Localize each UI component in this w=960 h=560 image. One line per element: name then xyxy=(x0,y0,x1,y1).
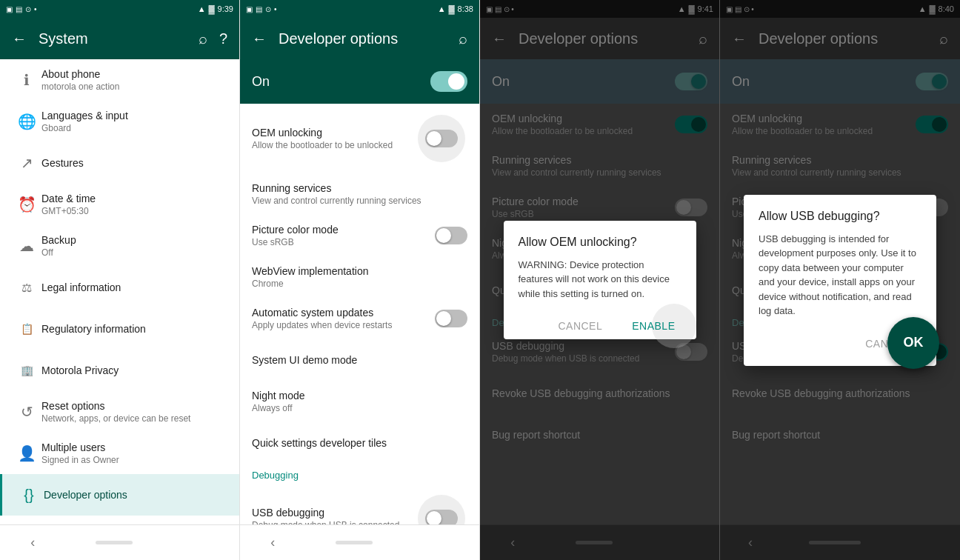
oem-enable-button[interactable]: Enable xyxy=(620,313,687,339)
sidebar-item-regulatory[interactable]: 📋 Regulatory information xyxy=(0,308,239,350)
backup-title: Backup xyxy=(41,234,227,246)
qs-tiles-item[interactable]: Quick settings developer tiles xyxy=(240,422,479,464)
sidebar-item-backup[interactable]: ☁ Backup Off xyxy=(0,225,239,267)
sd-icon-2: ▤ xyxy=(256,5,262,13)
developer-icon: {} xyxy=(14,487,44,504)
auto-updates-toggle[interactable] xyxy=(435,310,467,327)
backup-subtitle: Off xyxy=(41,247,227,258)
sidebar-item-reset[interactable]: ↺ Reset options Network, apps, or device… xyxy=(0,391,239,433)
dev-on-header: On xyxy=(240,59,479,104)
status-bar-1: ▣ ▤ ⊙ • ▲ ▓ 9:39 xyxy=(0,0,239,18)
topbar-2: ← Developer options ⌕ xyxy=(240,18,479,59)
backup-icon: ☁ xyxy=(12,237,41,255)
usb-dialog-actions: Cancel OK xyxy=(753,330,927,357)
sidebar-item-about[interactable]: ℹ About phone motorola one action xyxy=(0,59,239,101)
dev-master-toggle[interactable] xyxy=(430,71,467,92)
oem-toggle[interactable] xyxy=(425,130,458,147)
bottom-nav-2: ‹ xyxy=(240,524,479,560)
reset-subtitle: Network, apps, or device can be reset xyxy=(41,413,227,424)
about-icon: ℹ xyxy=(12,71,41,89)
privacy-title: Motorola Privacy xyxy=(41,364,227,376)
search-icon-2[interactable]: ⌕ xyxy=(459,30,467,47)
help-icon-1[interactable]: ? xyxy=(219,30,227,47)
developer-options-panel-3: ▣ ▤ ⊙ • ▲ ▓ 9:41 ← Developer options ⌕ O… xyxy=(480,0,720,560)
datetime-icon: ⏰ xyxy=(12,196,41,213)
picture-color-toggle[interactable] xyxy=(435,227,467,244)
home-pill-1[interactable] xyxy=(96,541,133,544)
oem-title: OEM unlocking xyxy=(252,127,416,139)
topbar-1: ← System ⌕ ? xyxy=(0,18,239,59)
ok-circle[interactable]: OK xyxy=(887,317,939,369)
running-services-item[interactable]: Running services View and control curren… xyxy=(240,173,479,215)
sim-icon: ▣ xyxy=(6,5,13,13)
sidebar-item-legal[interactable]: ⚖ Legal information xyxy=(0,267,239,308)
debugging-section-label: Debugging xyxy=(240,464,479,484)
developer-options-panel: ▣ ▤ ⊙ • ▲ ▓ 8:38 ← Developer options ⌕ O… xyxy=(240,0,480,560)
ui-demo-item[interactable]: System UI demo mode xyxy=(240,339,479,381)
time-display: 9:39 xyxy=(218,4,233,13)
usb-dialog-title: Allow USB debugging? xyxy=(759,210,921,223)
gestures-icon: ↗ xyxy=(12,154,41,172)
running-services-title: Running services xyxy=(252,182,467,194)
back-icon-2[interactable]: ← xyxy=(252,30,267,47)
webview-item[interactable]: WebView implementation Chrome xyxy=(240,256,479,298)
wifi-icon: ▲ xyxy=(198,4,206,13)
oem-cancel-button[interactable]: Cancel xyxy=(546,313,614,339)
datetime-title: Date & time xyxy=(41,193,227,204)
status-icons-right: ▲ ▓ 9:39 xyxy=(198,4,233,13)
languages-title: Languages & input xyxy=(41,110,227,121)
sidebar-item-languages[interactable]: 🌐 Languages & input Gboard xyxy=(0,101,239,142)
usb-debug-toggle[interactable] xyxy=(425,510,458,524)
home-pill-2[interactable] xyxy=(336,541,373,544)
nfc-icon-2: ⊙ xyxy=(265,5,271,13)
night-mode-item[interactable]: Night mode Always off xyxy=(240,381,479,422)
users-icon: 👤 xyxy=(12,444,41,462)
battery-icon: ▓ xyxy=(209,4,215,13)
dev-options-list: On OEM unlocking Allow the bootloader to… xyxy=(240,59,479,524)
ok-label: OK xyxy=(904,335,924,350)
auto-updates-subtitle: Apply updates when device restarts xyxy=(252,320,435,330)
status-bar-2: ▣ ▤ ⊙ • ▲ ▓ 8:38 xyxy=(240,0,479,18)
lock-icon: ⊙ xyxy=(25,5,31,13)
night-mode-subtitle: Always off xyxy=(252,403,467,413)
picture-color-subtitle: Use sRGB xyxy=(252,237,435,247)
oem-dialog-title: Allow OEM unlocking? xyxy=(519,236,681,249)
back-nav-1[interactable]: ‹ xyxy=(30,535,35,550)
settings-list: ℹ About phone motorola one action 🌐 Lang… xyxy=(0,59,239,524)
sidebar-item-users[interactable]: 👤 Multiple users Signed in as Owner xyxy=(0,433,239,474)
oem-unlocking-item[interactable]: OEM unlocking Allow the bootloader to be… xyxy=(240,104,479,173)
legal-icon: ⚖ xyxy=(12,281,41,295)
qs-tiles-title: Quick settings developer tiles xyxy=(252,437,467,449)
usb-dialog-overlay: Allow USB debugging? USB debugging is in… xyxy=(720,0,960,560)
dot-icon: • xyxy=(34,5,37,13)
sidebar-item-gestures[interactable]: ↗ Gestures xyxy=(0,142,239,184)
page-title-2: Developer options xyxy=(279,30,447,47)
auto-updates-item[interactable]: Automatic system updates Apply updates w… xyxy=(240,298,479,339)
running-services-subtitle: View and control currently running servi… xyxy=(252,196,467,206)
back-nav-2[interactable]: ‹ xyxy=(270,535,275,550)
about-subtitle: motorola one action xyxy=(41,81,227,92)
language-icon: 🌐 xyxy=(12,113,41,130)
wifi-icon-2: ▲ xyxy=(438,4,446,13)
sidebar-item-privacy[interactable]: 🏢 Motorola Privacy xyxy=(0,350,239,391)
ui-demo-title: System UI demo mode xyxy=(252,354,467,366)
about-title: About phone xyxy=(41,68,227,80)
picture-color-item[interactable]: Picture color mode Use sRGB xyxy=(240,215,479,256)
sidebar-item-developer[interactable]: {} Developer options xyxy=(0,474,239,516)
back-icon-1[interactable]: ← xyxy=(12,30,27,47)
privacy-icon: 🏢 xyxy=(12,364,41,376)
search-icon-1[interactable]: ⌕ xyxy=(199,30,207,47)
oem-dialog-body: WARNING: Device protection features will… xyxy=(519,258,681,301)
usb-dialog: Allow USB debugging? USB debugging is in… xyxy=(744,195,936,366)
picture-color-title: Picture color mode xyxy=(252,224,435,236)
auto-updates-title: Automatic system updates xyxy=(252,307,435,319)
night-mode-title: Night mode xyxy=(252,390,467,401)
usb-debugging-item[interactable]: USB debugging Debug mode when USB is con… xyxy=(240,484,479,524)
battery-icon-2: ▓ xyxy=(449,4,455,13)
debugging-label: Debugging xyxy=(252,470,467,481)
usb-dialog-body: USB debugging is intended for developmen… xyxy=(759,232,921,319)
reset-icon: ↺ xyxy=(12,403,41,421)
sidebar-item-datetime[interactable]: ⏰ Date & time GMT+05:30 xyxy=(0,184,239,225)
developer-options-panel-4: ▣ ▤ ⊙ • ▲ ▓ 8:40 ← Developer options ⌕ O… xyxy=(720,0,960,560)
sidebar-item-system-updates[interactable]: 📱 System updates Updated to Android 9 xyxy=(0,516,239,524)
